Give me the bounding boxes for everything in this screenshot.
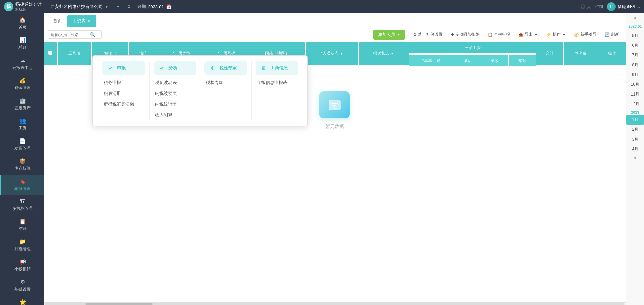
tab-home[interactable]: 首页	[48, 15, 67, 27]
sidebar-item-assets[interactable]: 🏢 固定资产	[0, 94, 44, 114]
date-month-3[interactable]: 3月	[626, 135, 644, 144]
sidebar-item-cloud-report[interactable]: ☁ 云报表中心	[0, 54, 44, 74]
sidebar-item-inventory[interactable]: 📦 库存核算	[0, 155, 44, 175]
menu-item-tax-table[interactable]: 税表清册	[102, 88, 145, 99]
sidebar-item-payroll[interactable]: 👥 工资	[0, 114, 44, 135]
date-month-4[interactable]: 4月	[626, 144, 644, 154]
sort-icon-name[interactable]: ⇅	[114, 52, 117, 55]
social-security-icon: ⚙	[413, 32, 417, 37]
sidebar-label-archive: 归档管理	[14, 246, 31, 252]
sidebar-item-ledger[interactable]: 📊 总账	[0, 34, 44, 54]
special-deduction-icon: ✚	[451, 32, 454, 37]
svg-rect-1	[331, 103, 338, 104]
date-month-6[interactable]: 6月	[626, 41, 644, 50]
sidebar-item-invoice[interactable]: 📄 发票管理	[0, 135, 44, 155]
add-company-button[interactable]: +	[115, 3, 121, 10]
date-month-7[interactable]: 7月	[626, 50, 644, 60]
user-menu[interactable]: U 畅捷通B组...	[607, 2, 640, 11]
content-area: 首页 工资表 ✕ 🔍 添加人员 ▼ ⚙ 统一社保设置 ✚	[44, 13, 626, 305]
filter-icon-status[interactable]: ▼	[340, 52, 343, 55]
toolbar-refresh[interactable]: 🔄 刷新	[602, 30, 622, 39]
sidebar-item-expense[interactable]: 📢 小畅报销	[0, 255, 44, 275]
search-input[interactable]	[51, 32, 88, 37]
app-edition: 旗舰版	[15, 7, 42, 12]
sidebar-item-guide[interactable]: 🌟 新手引导	[0, 296, 44, 305]
section-expert-title: 税检专家	[219, 65, 237, 71]
sidebar-item-home[interactable]: 🏠 首页	[0, 13, 44, 34]
filter-icon-report[interactable]: ▼	[391, 52, 394, 55]
section-business-header: 工商信息	[256, 61, 298, 75]
sidebar-item-fund[interactable]: 💰 资金管理	[0, 74, 44, 94]
date-scroll-down[interactable]: ▼	[632, 154, 639, 162]
sidebar-item-close[interactable]: 📋 结账	[0, 215, 44, 235]
sidebar-label-settings: 基础设置	[14, 287, 31, 292]
service-button[interactable]: 🎧 人工咨询	[580, 4, 603, 10]
menu-item-tax-burden[interactable]: 税负波动表	[154, 77, 196, 88]
horizontal-scroll[interactable]	[44, 302, 626, 305]
sidebar-label-inventory: 库存核算	[14, 166, 31, 171]
menu-section-business: 工商信息 年报信息申报表	[251, 61, 302, 120]
assets-icon: 🏢	[19, 98, 26, 104]
toolbar-social-security[interactable]: ⚙ 统一社保设置	[411, 30, 445, 39]
svg-point-5	[336, 104, 337, 105]
menu-item-tax-statistics[interactable]: 纳税统计表	[154, 99, 196, 110]
toolbar-special-deduction[interactable]: ✚ 专项附加扣除	[448, 30, 482, 39]
date-month-12[interactable]: 12月	[626, 99, 644, 109]
sidebar-label-expense: 小畅报销	[14, 266, 31, 272]
tax-report-icon: 📋	[488, 32, 493, 37]
settings-button[interactable]: ⚙	[125, 3, 133, 10]
date-month-9[interactable]: 9月	[626, 70, 644, 80]
menu-item-tax-payment[interactable]: 纳税波动表	[154, 88, 196, 99]
refresh-label: 刷新	[611, 32, 619, 37]
date-month-10[interactable]: 10月	[626, 80, 644, 89]
expert-icon	[208, 63, 217, 73]
guide-label: 新手引导	[580, 32, 597, 37]
sidebar-label-ledger: 总账	[18, 45, 27, 50]
menu-item-income-calc[interactable]: 收入测算	[154, 110, 196, 120]
export-label: 导出	[525, 32, 533, 37]
refresh-icon: 🔄	[605, 32, 610, 37]
date-month-2[interactable]: 2月	[626, 125, 644, 135]
company-selector[interactable]: 西安虾米网络科技有限公司 ▼	[48, 2, 111, 11]
tax-icon: 🔖	[19, 178, 26, 185]
app-name: 畅捷通好会计	[15, 2, 42, 7]
date-scroll-up[interactable]: ▲	[632, 13, 639, 22]
menu-item-tax-declare[interactable]: 税务申报	[102, 77, 145, 88]
menu-item-annual-report[interactable]: 年报信息申报表	[256, 77, 298, 88]
toolbar-operations[interactable]: ⚡ 操作 ▼	[543, 30, 569, 39]
tab-payroll[interactable]: 工资表 ✕	[67, 15, 96, 27]
add-person-button[interactable]: 添加人员 ▼	[373, 30, 405, 40]
sidebar-item-multi-org[interactable]: 🏗 多机构管理	[0, 195, 44, 215]
sidebar-label-fund: 资金管理	[14, 85, 31, 91]
date-month-11[interactable]: 11月	[626, 89, 644, 99]
toolbar-guide[interactable]: 🧭 新手引导	[571, 30, 599, 39]
sidebar-item-archive[interactable]: 📁 归档管理	[0, 235, 44, 255]
date-month-8[interactable]: 8月	[626, 60, 644, 70]
search-box[interactable]: 🔍	[48, 30, 102, 39]
sidebar-item-settings[interactable]: ⚙ 基础设置	[0, 275, 44, 296]
toolbar-tax-report[interactable]: 📋 个税申报	[485, 30, 513, 39]
tab-close-icon[interactable]: ✕	[88, 19, 91, 23]
toolbar-export[interactable]: 📤 导出 ▼	[516, 30, 541, 39]
special-deduction-label: 专项附加扣除	[455, 32, 480, 37]
multi-org-icon: 🏗	[20, 198, 25, 204]
section-declare-title: 申报	[117, 65, 126, 71]
scroll-track	[45, 303, 624, 305]
search-icon[interactable]: 🔍	[90, 32, 95, 37]
menu-item-income-tax-settle[interactable]: 所得税汇算清缴	[102, 99, 145, 110]
period-value: 2023-01	[148, 4, 164, 9]
menu-item-tax-expert[interactable]: 税检专家	[204, 77, 247, 88]
date-year-2023-top: 2023.01	[627, 22, 643, 31]
sidebar-item-tax[interactable]: 🔖 税务管理	[0, 175, 44, 195]
select-all-checkbox[interactable]	[48, 51, 52, 55]
scroll-thumb[interactable]	[85, 303, 153, 305]
calendar-icon[interactable]: 📅	[166, 4, 172, 9]
th-allowance: 津贴	[454, 55, 481, 66]
th-checkbox[interactable]	[44, 42, 57, 65]
date-month-5[interactable]: 5月	[626, 31, 644, 41]
header-actions: + ⚙	[115, 3, 133, 10]
date-month-1[interactable]: 1月	[626, 115, 644, 125]
sort-icon-id[interactable]: ⇅	[78, 52, 80, 55]
svg-point-10	[260, 65, 267, 71]
business-icon	[259, 63, 268, 73]
